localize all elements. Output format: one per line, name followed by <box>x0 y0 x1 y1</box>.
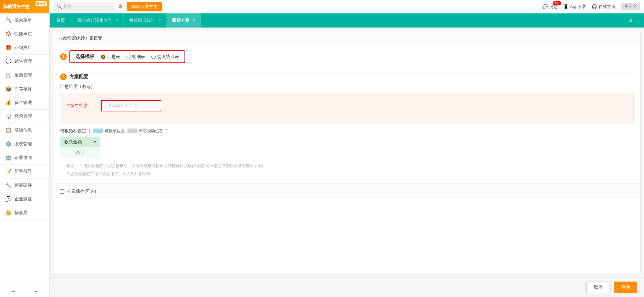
download-icon: 📱 <box>563 4 569 9</box>
sidebar-item-label: 营销推广 <box>14 45 32 51</box>
stat-header-label: 收款金额 <box>64 139 82 145</box>
nav-tabs: 首页 现金银行流水查询 × 收款情况统计 × 新建方案 × ✕ ⛶ <box>50 13 644 28</box>
tab-new-plan-label: 新建方案 <box>172 17 190 23</box>
tab-cash-flow-label: 现金银行流水查询 <box>77 17 112 23</box>
dimension-label-text: 汇总维度（必选） <box>60 84 95 89</box>
trial-button[interactable]: 体验行业方案 <box>127 2 162 11</box>
sidebar-item-label: 库存核算 <box>14 86 32 92</box>
enterprise-wx-icon: 💬 <box>5 196 12 202</box>
sidebar-item-search-menu[interactable]: 🔍 搜索菜单 <box>0 13 49 27</box>
sidebar-item-label: 经营管理 <box>14 113 32 119</box>
nav-expand-icon[interactable]: ⛶ <box>635 17 641 23</box>
step1-title: 选择模板 <box>75 54 94 60</box>
sidebar-item-quick-nav[interactable]: 🏠 快捷导航 <box>0 27 49 41</box>
radio-detail-input[interactable] <box>126 55 130 59</box>
sidebar-item-sales[interactable]: 💬 销售管理 <box>0 55 49 68</box>
system-icon: ⚙️ <box>5 141 12 147</box>
gear-icon[interactable]: ⚙ <box>118 3 123 10</box>
download-button[interactable]: 📱 App下载 <box>563 4 586 10</box>
sidebar-item-enterprise-wx[interactable]: 💬 企业微信 <box>0 192 49 206</box>
sidebar-item-purchase[interactable]: 🛒 采购管理 <box>0 68 49 82</box>
sidebar-bottom-left[interactable]: ⬅ <box>3 289 23 294</box>
close-icon[interactable]: × <box>116 18 118 23</box>
sidebar-item-label: 资金管理 <box>14 100 32 106</box>
stat-table: 收款金额 ▾ 合计 <box>60 137 100 158</box>
radio-detail[interactable]: 明细表 <box>126 54 145 60</box>
tab-home[interactable]: 首页 <box>50 13 72 28</box>
sidebar-item-label: 企业微信 <box>14 196 32 202</box>
nav-right-buttons: ✕ ⛶ <box>625 13 644 28</box>
template-radio-group: 汇总表 明细表 交叉统计表 <box>101 54 179 60</box>
sidebar-item-inventory[interactable]: 📦 库存核算 <box>0 82 49 96</box>
step1-number: 1 <box>60 53 67 60</box>
radio-cross[interactable]: 交叉统计表 <box>151 54 179 60</box>
radio-cross-input[interactable] <box>151 55 156 59</box>
sidebar-item-label: 销售管理 <box>14 58 32 64</box>
tip-line-1: 提示： 1.拖动标题栏可以调整布局，不可跨维度或指标区域拖动目字段(只能在同一维… <box>67 162 627 170</box>
tab-receipt-stats[interactable]: 收款情况统计 × <box>124 13 167 28</box>
content-title: 收款情况统计方案设置 <box>59 36 102 41</box>
sidebar-item-marketing[interactable]: 🎁 营销推广 <box>0 41 49 55</box>
radio-detail-label: 明细表 <box>132 54 145 60</box>
stat-table-row: 合计 <box>60 147 100 158</box>
service-label: 在线客服 <box>598 4 616 10</box>
service-button[interactable]: 🎧 在线客服 <box>592 4 616 10</box>
basics-icon: 📋 <box>5 127 12 133</box>
enterprise-coop-icon: 🏢 <box>5 155 12 161</box>
nav-close-icon[interactable]: ✕ <box>628 17 633 24</box>
sidebar-item-member[interactable]: 👑 畅会员 <box>0 206 49 220</box>
sidebar-item-smart-hw[interactable]: 🔧 智能硬件 <box>0 179 49 192</box>
radio-summary[interactable]: 汇总表 <box>101 54 120 60</box>
user-avatar[interactable]: 用户名 <box>621 3 640 10</box>
fixed-color-box <box>127 129 138 133</box>
sidebar-item-operations[interactable]: 📊 经营管理 <box>0 110 49 123</box>
download-label: App下载 <box>570 4 586 10</box>
step1-label: 1 选择模板 汇总表 明细表 <box>60 50 634 63</box>
sidebar-bottom-right[interactable]: ➡ <box>26 289 46 294</box>
sidebar-item-beginner[interactable]: 📝 新手引导 <box>0 165 49 179</box>
step2-title: 方案配置 <box>69 74 88 80</box>
radio-summary-input[interactable] <box>101 55 105 59</box>
stat-table-header[interactable]: 收款金额 ▾ <box>60 137 100 147</box>
sidebar-item-label: 畅会员 <box>14 210 28 216</box>
quick-nav-icon: 🏠 <box>5 31 12 37</box>
sidebar-item-enterprise-coop[interactable]: 🏢 企业协同 <box>0 151 49 165</box>
tab-new-plan[interactable]: 新建方案 × <box>167 13 201 28</box>
save-option: 方案保存(可选) <box>53 183 640 199</box>
smart-hw-icon: 🔧 <box>5 182 12 188</box>
template-box: 选择模板 汇总表 明细表 <box>69 50 185 63</box>
operations-icon: 📊 <box>5 113 12 119</box>
search-text: 搜索 <box>64 4 72 9</box>
sidebar-item-label: 智能硬件 <box>14 182 32 188</box>
query-button[interactable]: 查询 <box>614 282 637 293</box>
save-checkbox[interactable] <box>60 189 64 194</box>
sidebar: 畅捷通好生意 标准版 🔍 搜索菜单 🏠 快捷导航 🎁 营销推广 💬 销售管理 🛒… <box>0 0 50 297</box>
step2-number: 2 <box>60 73 67 80</box>
draggable-color-box <box>93 129 103 133</box>
close-icon[interactable]: × <box>159 18 161 23</box>
content-wrap: 收款情况统计方案设置 1 选择模板 汇总表 <box>50 28 644 297</box>
sidebar-item-finance[interactable]: 💰 资金管理 <box>0 96 49 110</box>
sidebar-item-label: 快捷导航 <box>14 31 32 37</box>
close-icon[interactable]: × <box>193 18 195 23</box>
topbar-search[interactable]: 🔍 搜索 <box>54 2 114 11</box>
sidebar-bottom: ⬅ ➡ <box>0 286 49 297</box>
sidebar-item-system[interactable]: ⚙️ 系统管理 <box>0 137 49 151</box>
vertical-dim-label: * 纵向维度 <box>67 103 88 109</box>
message-button[interactable]: 💬 消息 99+ <box>542 4 558 10</box>
statistics-table-area: 收款金额 ▾ 合计 <box>60 137 634 158</box>
tab-cash-flow[interactable]: 现金银行流水查询 × <box>72 13 124 28</box>
beginner-icon: 📝 <box>5 168 12 175</box>
legend-fixed-item: 不可拖动位置 <box>127 128 163 134</box>
dimension-select[interactable]: 请选择分组维度 <box>101 100 161 111</box>
cancel-button[interactable]: 取消 <box>586 282 610 293</box>
search-icon: 🔍 <box>57 4 62 9</box>
sidebar-item-basics[interactable]: 📋 基础信息 <box>0 123 49 137</box>
chevron-down-icon[interactable]: ▾ <box>94 140 96 144</box>
sidebar-item-label: 系统管理 <box>14 141 32 147</box>
sidebar-item-label: 采购管理 <box>14 72 32 78</box>
sidebar-item-label: 搜索菜单 <box>14 17 32 23</box>
content-header: 收款情况统计方案设置 <box>53 31 640 45</box>
search-menu-icon: 🔍 <box>5 17 12 23</box>
tab-receipt-stats-label: 收款情况统计 <box>129 17 155 23</box>
